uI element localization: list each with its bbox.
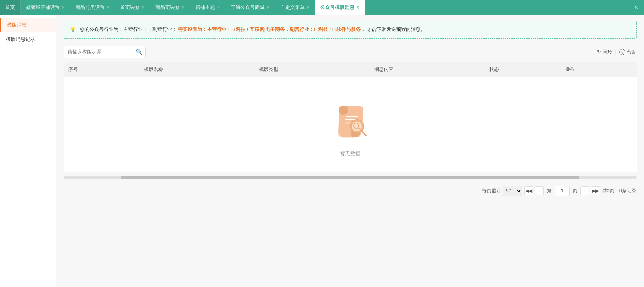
sidebar-item-template-msg-record-label: 模版消息记录 bbox=[6, 36, 35, 42]
help-icon: ? bbox=[619, 49, 625, 55]
search-bar: 🔍 ↻ 同步 | ? 帮助 bbox=[64, 46, 637, 58]
toolbar-right: ↻ 同步 | ? 帮助 bbox=[597, 49, 637, 55]
tab-templatemsg-close[interactable]: × bbox=[357, 5, 359, 10]
tab-homepage[interactable]: 首页装修 × bbox=[115, 0, 150, 15]
notice-prefix: 您的公众号行业为：主营行业：，副营行业： bbox=[80, 27, 177, 32]
content-area: 💡 您的公众号行业为：主营行业：，副营行业： 需要设置为：主营行业：IT科技 /… bbox=[56, 15, 644, 287]
horizontal-scrollbar[interactable] bbox=[64, 176, 637, 179]
page-size-label: 每页显示 bbox=[482, 187, 501, 194]
search-button[interactable]: 🔍 bbox=[136, 49, 143, 55]
pagination: 每页显示 50 10 20 100 ◀◀ ‹ 第 页 › ▶▶ 共0页，0条记录 bbox=[64, 183, 637, 199]
toolbar-divider: | bbox=[615, 49, 616, 55]
last-page-button[interactable]: ▶▶ bbox=[591, 186, 600, 195]
page-label-pre: 第 bbox=[547, 187, 552, 194]
col-type: 模版类型 bbox=[255, 62, 370, 77]
tab-templatemsg-label: 公众号模版消息 bbox=[320, 4, 354, 11]
tab-custommenu-label: 自定义菜单 bbox=[280, 4, 305, 11]
notice-highlight: 需要设置为：主营行业：IT科技 / 互联网|电子商务，副营行业：IT科技 / I… bbox=[178, 27, 366, 32]
first-page-button[interactable]: ◀◀ bbox=[524, 186, 533, 195]
sync-icon: ↻ bbox=[597, 49, 601, 55]
tab-category-label: 商品分类设置 bbox=[76, 4, 105, 11]
sidebar-item-template-msg-label: 模版消息 bbox=[7, 22, 27, 28]
total-info: 共0页，0条记录 bbox=[602, 187, 637, 194]
tab-home[interactable]: 首页 bbox=[0, 0, 21, 15]
col-status: 状态 bbox=[485, 62, 561, 77]
tab-homepage-close[interactable]: × bbox=[142, 5, 145, 10]
notice-icon: 💡 bbox=[70, 27, 76, 32]
tab-category-close[interactable]: × bbox=[107, 5, 110, 10]
help-button[interactable]: ? 帮助 bbox=[619, 49, 637, 55]
sidebar-item-template-msg-record[interactable]: 模版消息记录 bbox=[0, 32, 56, 46]
tab-homepage-label: 首页装修 bbox=[120, 4, 140, 11]
sync-button[interactable]: ↻ 同步 bbox=[597, 49, 612, 55]
tab-templatemsg[interactable]: 公众号模版消息 × bbox=[315, 0, 365, 15]
search-input-wrap: 🔍 bbox=[64, 46, 146, 58]
svg-line-6 bbox=[361, 131, 366, 135]
col-action: 操作 bbox=[561, 62, 637, 77]
search-input[interactable] bbox=[64, 46, 146, 58]
notice-banner: 💡 您的公众号行业为：主营行业：，副营行业： 需要设置为：主营行业：IT科技 /… bbox=[64, 21, 637, 39]
notice-suffix: 才能正常发送预置的消息。 bbox=[367, 27, 425, 32]
tab-weishop-label: 微商城店铺设置 bbox=[26, 4, 60, 11]
scrollbar-thumb[interactable] bbox=[121, 176, 579, 179]
search-icon: 🔍 bbox=[136, 49, 143, 55]
page-navigation: ◀◀ ‹ 第 页 › ▶▶ bbox=[524, 186, 600, 196]
col-name: 模版名称 bbox=[139, 62, 255, 77]
page-label-post: 页 bbox=[573, 187, 577, 194]
window-close-button[interactable]: × bbox=[629, 4, 644, 11]
tab-home-label: 首页 bbox=[5, 4, 15, 11]
tab-productpage[interactable]: 商品页装修 × bbox=[150, 0, 190, 15]
tab-bar: 首页 微商城店铺设置 × 商品分类设置 × 首页装修 × 商品页装修 × 店铺主… bbox=[0, 0, 644, 15]
tab-theme[interactable]: 店铺主题 × bbox=[190, 0, 225, 15]
table-header-row: 序号 模版名称 模版类型 消息内容 状态 操作 bbox=[64, 62, 637, 77]
tab-openstore[interactable]: 开通公众号商城 × bbox=[225, 0, 275, 15]
sidebar: 模版消息 模版消息记录 bbox=[0, 15, 56, 287]
empty-icon bbox=[328, 100, 373, 144]
tab-openstore-close[interactable]: × bbox=[267, 5, 269, 10]
tab-weishop-close[interactable]: × bbox=[62, 5, 65, 10]
tab-productpage-close[interactable]: × bbox=[182, 5, 185, 10]
empty-text: 暂无数据 bbox=[64, 150, 637, 157]
empty-state: 暂无数据 bbox=[64, 77, 637, 172]
main-layout: 模版消息 模版消息记录 💡 您的公众号行业为：主营行业：，副营行业： 需要设置为… bbox=[0, 15, 644, 287]
tab-theme-label: 店铺主题 bbox=[195, 4, 215, 11]
page-number-input[interactable] bbox=[555, 186, 570, 196]
help-label: 帮助 bbox=[627, 49, 637, 55]
tab-openstore-label: 开通公众号商城 bbox=[231, 4, 265, 11]
tab-productpage-label: 商品页装修 bbox=[155, 4, 180, 11]
tab-custommenu-close[interactable]: × bbox=[307, 5, 309, 10]
next-page-button[interactable]: › bbox=[580, 186, 589, 195]
data-table: 序号 模版名称 模版类型 消息内容 状态 操作 bbox=[64, 62, 637, 172]
tab-custommenu[interactable]: 自定义菜单 × bbox=[275, 0, 315, 15]
col-index: 序号 bbox=[64, 62, 139, 77]
tab-category[interactable]: 商品分类设置 × bbox=[70, 0, 115, 15]
tab-theme-close[interactable]: × bbox=[217, 5, 220, 10]
prev-page-button[interactable]: ‹ bbox=[535, 186, 544, 195]
sidebar-item-template-msg[interactable]: 模版消息 bbox=[0, 18, 56, 32]
page-size-dropdown[interactable]: 50 10 20 100 bbox=[503, 186, 522, 196]
col-content: 消息内容 bbox=[370, 62, 485, 77]
tab-weishop[interactable]: 微商城店铺设置 × bbox=[21, 0, 70, 15]
sync-label: 同步 bbox=[603, 49, 612, 55]
page-size-select: 每页显示 50 10 20 100 bbox=[482, 186, 522, 196]
